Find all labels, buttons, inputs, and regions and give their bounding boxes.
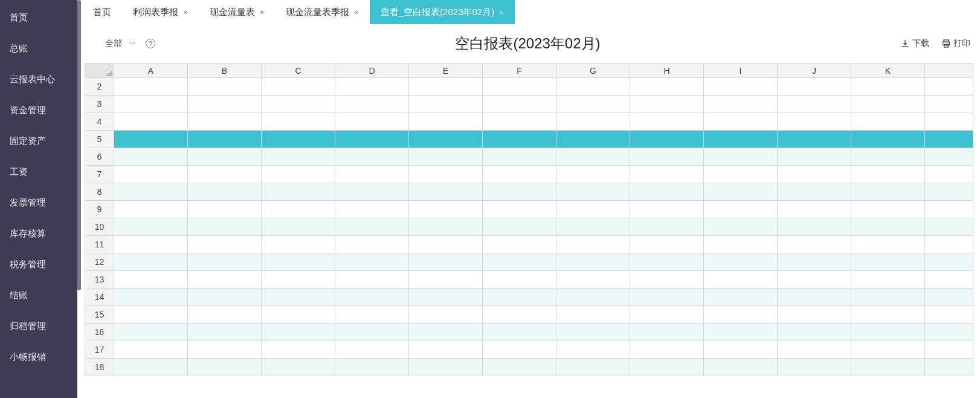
cell-G7[interactable] <box>556 166 630 183</box>
cell-H3[interactable] <box>630 96 704 113</box>
cell-B2[interactable] <box>188 78 262 96</box>
column-header-F[interactable]: F <box>483 64 556 78</box>
cell-D7[interactable] <box>335 166 409 183</box>
cell-E15[interactable] <box>409 306 483 324</box>
cell-D9[interactable] <box>335 201 409 218</box>
tab-0[interactable]: 首页 <box>82 0 122 24</box>
cell-G8[interactable] <box>556 183 630 201</box>
tab-1[interactable]: 利润表季报× <box>122 0 199 24</box>
cell-J17[interactable] <box>778 341 851 359</box>
cell-H2[interactable] <box>630 78 704 96</box>
cell-A15[interactable] <box>114 306 188 324</box>
cell-C10[interactable] <box>262 218 335 236</box>
cell-B5[interactable] <box>188 131 262 148</box>
cell-K14[interactable] <box>851 289 925 306</box>
sidebar-item-4[interactable]: 固定资产 <box>0 126 77 157</box>
cell-D13[interactable] <box>335 271 409 289</box>
cell-overflow-9[interactable] <box>925 201 973 218</box>
cell-J18[interactable] <box>778 359 851 376</box>
close-icon[interactable]: × <box>499 8 504 17</box>
cell-F11[interactable] <box>483 236 556 253</box>
cell-K18[interactable] <box>851 359 925 376</box>
cell-G17[interactable] <box>556 341 630 359</box>
cell-J13[interactable] <box>778 271 851 289</box>
cell-H18[interactable] <box>630 359 704 376</box>
cell-F6[interactable] <box>483 148 556 166</box>
spreadsheet[interactable]: ABCDEFGHIJK23456789101112131415161718 <box>85 63 980 398</box>
cell-F5[interactable] <box>483 131 556 148</box>
sidebar-item-7[interactable]: 库存核算 <box>0 218 77 249</box>
cell-B12[interactable] <box>188 253 262 271</box>
cell-I15[interactable] <box>704 306 778 324</box>
row-header-17[interactable]: 17 <box>85 341 114 359</box>
cell-H9[interactable] <box>630 201 704 218</box>
cell-D14[interactable] <box>335 289 409 306</box>
cell-B15[interactable] <box>188 306 262 324</box>
cell-I18[interactable] <box>704 359 778 376</box>
sidebar-item-0[interactable]: 首页 <box>0 2 77 33</box>
filter-dropdown[interactable]: 全部 <box>105 38 122 49</box>
cell-J11[interactable] <box>778 236 851 253</box>
cell-F3[interactable] <box>483 96 556 113</box>
column-header-H[interactable]: H <box>630 64 704 78</box>
cell-E3[interactable] <box>409 96 483 113</box>
cell-D10[interactable] <box>335 218 409 236</box>
cell-I8[interactable] <box>704 183 778 201</box>
cell-F2[interactable] <box>483 78 556 96</box>
column-header-K[interactable]: K <box>851 64 925 78</box>
select-all-corner[interactable] <box>85 64 114 78</box>
cell-E12[interactable] <box>409 253 483 271</box>
cell-A14[interactable] <box>114 289 188 306</box>
cell-B3[interactable] <box>188 96 262 113</box>
row-header-18[interactable]: 18 <box>85 359 114 376</box>
cell-E5[interactable] <box>409 131 483 148</box>
cell-K8[interactable] <box>851 183 925 201</box>
cell-I13[interactable] <box>704 271 778 289</box>
cell-C17[interactable] <box>262 341 335 359</box>
row-header-2[interactable]: 2 <box>85 78 114 96</box>
row-header-5[interactable]: 5 <box>85 131 114 148</box>
cell-overflow-14[interactable] <box>925 289 973 306</box>
cell-K3[interactable] <box>851 96 925 113</box>
cell-C2[interactable] <box>262 78 335 96</box>
cell-F7[interactable] <box>483 166 556 183</box>
cell-J3[interactable] <box>778 96 851 113</box>
cell-F12[interactable] <box>483 253 556 271</box>
row-header-16[interactable]: 16 <box>85 324 114 341</box>
cell-E9[interactable] <box>409 201 483 218</box>
cell-J15[interactable] <box>778 306 851 324</box>
cell-K4[interactable] <box>851 113 925 131</box>
cell-overflow-12[interactable] <box>925 253 973 271</box>
sidebar-item-6[interactable]: 发票管理 <box>0 188 77 218</box>
cell-J8[interactable] <box>778 183 851 201</box>
cell-I10[interactable] <box>704 218 778 236</box>
cell-F13[interactable] <box>483 271 556 289</box>
cell-J5[interactable] <box>778 131 851 148</box>
row-header-11[interactable]: 11 <box>85 236 114 253</box>
cell-K17[interactable] <box>851 341 925 359</box>
close-icon[interactable]: × <box>183 8 188 17</box>
cell-G15[interactable] <box>556 306 630 324</box>
cell-G18[interactable] <box>556 359 630 376</box>
cell-D2[interactable] <box>335 78 409 96</box>
cell-overflow-11[interactable] <box>925 236 973 253</box>
sidebar-scrollbar[interactable] <box>77 0 81 290</box>
cell-C3[interactable] <box>262 96 335 113</box>
row-header-10[interactable]: 10 <box>85 218 114 236</box>
cell-overflow-5[interactable] <box>925 131 973 148</box>
column-header-G[interactable]: G <box>556 64 630 78</box>
cell-J16[interactable] <box>778 324 851 341</box>
row-header-14[interactable]: 14 <box>85 289 114 306</box>
sidebar-item-3[interactable]: 资金管理 <box>0 95 77 126</box>
cell-G11[interactable] <box>556 236 630 253</box>
cell-F4[interactable] <box>483 113 556 131</box>
cell-B11[interactable] <box>188 236 262 253</box>
cell-overflow-17[interactable] <box>925 341 973 359</box>
cell-E10[interactable] <box>409 218 483 236</box>
print-button[interactable]: 打印 <box>941 38 970 49</box>
cell-I7[interactable] <box>704 166 778 183</box>
row-header-3[interactable]: 3 <box>85 96 114 113</box>
sidebar-item-9[interactable]: 结账 <box>0 280 77 311</box>
row-header-7[interactable]: 7 <box>85 166 114 183</box>
cell-C14[interactable] <box>262 289 335 306</box>
